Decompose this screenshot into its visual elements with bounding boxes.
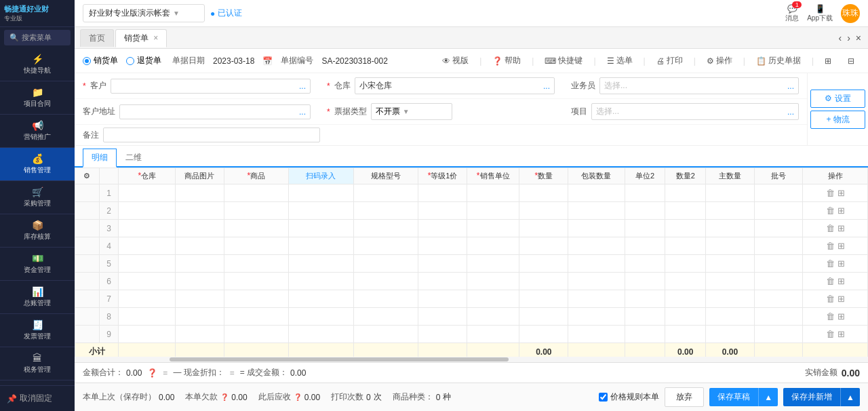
tab-nav-left-btn[interactable]: ‹ bbox=[837, 31, 843, 45]
staff-input[interactable]: 选择... ... bbox=[599, 77, 799, 94]
warehouse-input[interactable]: 小宋仓库 ... bbox=[355, 77, 555, 94]
row-product-3[interactable] bbox=[224, 220, 289, 237]
row-qty-1[interactable] bbox=[519, 184, 568, 202]
sidebar-item-funds[interactable]: 💵 资金管理 bbox=[0, 248, 75, 281]
tab-nav-right-btn[interactable]: › bbox=[846, 31, 852, 45]
messages-btn[interactable]: 💬 消息 1 bbox=[785, 4, 799, 23]
help-btn[interactable]: ❓帮助 bbox=[487, 53, 526, 68]
row-warehouse-1[interactable] bbox=[119, 184, 176, 202]
row-copy-icon-2[interactable]: ⊞ bbox=[837, 206, 845, 216]
shortcut-btn[interactable]: ⌨快捷键 bbox=[539, 53, 588, 68]
layout-btn-2[interactable]: ⊟ bbox=[842, 54, 860, 68]
sidebar-item-assets[interactable]: 🏢 固定资产 bbox=[0, 380, 75, 385]
horizontal-scrollbar[interactable] bbox=[75, 357, 868, 362]
help-icon-debt[interactable]: ❓ bbox=[220, 393, 229, 401]
radio-sales-order[interactable]: 销货单 bbox=[83, 55, 118, 66]
sidebar-item-sales[interactable]: 💰 销售管理 bbox=[0, 148, 75, 181]
calendar-icon[interactable]: 📅 bbox=[262, 56, 273, 66]
tab-2d[interactable]: 二维 bbox=[117, 149, 151, 168]
customer-dots[interactable]: ... bbox=[299, 81, 306, 91]
addr-input[interactable]: ... bbox=[119, 104, 311, 119]
sidebar-item-quick-nav[interactable]: ⚡ 快捷导航 bbox=[0, 48, 75, 81]
row-grade-3[interactable] bbox=[418, 220, 467, 237]
abandon-button[interactable]: 放弃 bbox=[665, 387, 704, 407]
operations-btn[interactable]: ⚙操作 bbox=[701, 53, 738, 68]
row-qty-3[interactable] bbox=[519, 220, 568, 237]
row-product-1[interactable] bbox=[224, 184, 289, 202]
customer-input[interactable]: ... bbox=[111, 79, 311, 94]
th-gear[interactable]: ⚙ bbox=[75, 168, 100, 184]
save-new-arrow-button[interactable]: ▲ bbox=[840, 388, 860, 406]
tab-sales-order[interactable]: 销货单 × bbox=[115, 29, 167, 47]
view-btn[interactable]: 👁视版 bbox=[437, 53, 474, 68]
row-barcode-3[interactable] bbox=[289, 220, 354, 237]
row-grade-2[interactable] bbox=[418, 202, 467, 220]
row-copy-icon-8[interactable]: ⊞ bbox=[837, 311, 845, 321]
row-delete-icon-6[interactable]: 🗑 bbox=[826, 276, 835, 286]
price-rule-checkbox[interactable]: 价格规则本单 bbox=[599, 391, 659, 403]
app-download-btn[interactable]: 📱 App下载 bbox=[807, 4, 833, 23]
scrollbar-thumb[interactable] bbox=[170, 357, 509, 361]
row-delete-icon-4[interactable]: 🗑 bbox=[826, 241, 835, 251]
addr-dots[interactable]: ... bbox=[299, 107, 306, 117]
invoice-select[interactable]: 不开票 ▼ bbox=[371, 103, 452, 120]
row-copy-icon-1[interactable]: ⊞ bbox=[837, 188, 845, 198]
row-delete-icon-2[interactable]: 🗑 bbox=[826, 206, 835, 216]
row-delete-icon-5[interactable]: 🗑 bbox=[826, 258, 835, 269]
select-btn[interactable]: ☰选单 bbox=[601, 53, 638, 68]
company-selector[interactable]: 好业财专业版演示帐套 ▼ bbox=[83, 4, 205, 22]
sidebar-item-marketing[interactable]: 📢 营销推广 bbox=[0, 115, 75, 148]
price-rule-check[interactable] bbox=[599, 393, 608, 402]
row-product-2[interactable] bbox=[224, 202, 289, 220]
print-btn[interactable]: 🖨打印 bbox=[651, 53, 688, 68]
row-delete-icon-7[interactable]: 🗑 bbox=[826, 294, 835, 304]
sidebar-item-purchase[interactable]: 🛒 采购管理 bbox=[0, 181, 75, 214]
row-copy-icon-7[interactable]: ⊞ bbox=[837, 294, 845, 304]
sidebar-item-projects[interactable]: 📁 项目合同 bbox=[0, 81, 75, 115]
sidebar-pin-btn[interactable]: 📌 取消固定 bbox=[4, 390, 71, 407]
row-unit-3[interactable] bbox=[467, 220, 519, 237]
staff-dots[interactable]: ... bbox=[787, 81, 794, 91]
row-copy-icon-9[interactable]: ⊞ bbox=[837, 329, 845, 339]
row-barcode-1[interactable] bbox=[289, 184, 354, 202]
tab-close-icon[interactable]: × bbox=[153, 33, 158, 43]
radio-return-order[interactable]: 退货单 bbox=[126, 55, 161, 66]
sidebar-item-ledger[interactable]: 📊 总账管理 bbox=[0, 281, 75, 314]
sidebar-search[interactable]: 🔍 搜索菜单 bbox=[4, 30, 71, 45]
tab-detail[interactable]: 明细 bbox=[83, 149, 117, 168]
row-delete-icon-9[interactable]: 🗑 bbox=[826, 329, 835, 339]
save-new-button[interactable]: 保存并新增 bbox=[783, 388, 840, 406]
row-warehouse-3[interactable] bbox=[119, 220, 176, 237]
help-icon-receive[interactable]: ❓ bbox=[294, 393, 302, 401]
row-delete-icon-3[interactable]: 🗑 bbox=[826, 223, 835, 233]
warehouse-dots[interactable]: ... bbox=[543, 81, 550, 91]
sidebar-item-inventory[interactable]: 📦 库存核算 bbox=[0, 214, 75, 248]
sidebar-item-tax[interactable]: 🏛 税务管理 bbox=[0, 347, 75, 380]
project-dots[interactable]: ... bbox=[787, 107, 794, 117]
layout-btn-1[interactable]: ⊞ bbox=[819, 54, 837, 68]
row-warehouse-2[interactable] bbox=[119, 202, 176, 220]
save-draft-arrow-button[interactable]: ▲ bbox=[758, 388, 778, 406]
sidebar-item-invoice[interactable]: 🧾 发票管理 bbox=[0, 314, 75, 347]
row-unit-2[interactable] bbox=[467, 202, 519, 220]
row-barcode-2[interactable] bbox=[289, 202, 354, 220]
row-copy-icon-3[interactable]: ⊞ bbox=[837, 223, 845, 233]
row-grade-1[interactable] bbox=[418, 184, 467, 202]
row-copy-icon-4[interactable]: ⊞ bbox=[837, 241, 845, 251]
row-delete-icon-8[interactable]: 🗑 bbox=[826, 311, 835, 321]
tab-home[interactable]: 首页 bbox=[80, 29, 114, 47]
tab-nav-close-btn[interactable]: × bbox=[854, 31, 863, 45]
remarks-input[interactable] bbox=[103, 128, 320, 142]
row-copy-icon-5[interactable]: ⊞ bbox=[837, 258, 845, 269]
project-input[interactable]: 选择... ... bbox=[591, 103, 799, 120]
user-avatar[interactable]: 珠珠 bbox=[841, 4, 860, 23]
row-delete-icon-1[interactable]: 🗑 bbox=[826, 188, 835, 198]
add-logistics-button[interactable]: + 物流 bbox=[810, 111, 865, 129]
history-btn[interactable]: 📋历史单据 bbox=[751, 53, 806, 68]
row-copy-icon-6[interactable]: ⊞ bbox=[837, 276, 845, 286]
set-button[interactable]: ⚙ 设置 bbox=[810, 90, 865, 108]
row-qty-2[interactable] bbox=[519, 202, 568, 220]
row-unit-1[interactable] bbox=[467, 184, 519, 202]
help-icon-summary[interactable]: ❓ bbox=[147, 368, 157, 378]
save-draft-button[interactable]: 保存草稿 bbox=[709, 388, 758, 406]
